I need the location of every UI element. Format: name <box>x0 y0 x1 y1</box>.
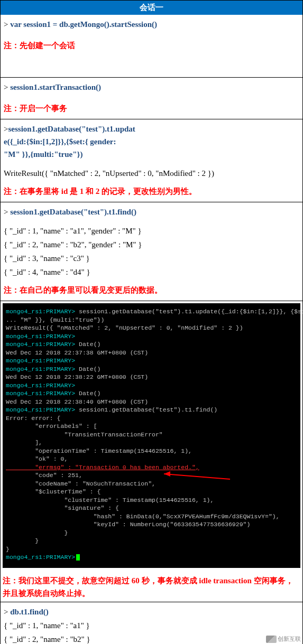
terminal-note: 注：我们这里不提交，故意空闲超过 60 秒，事务就变成 idle transac… <box>3 574 300 600</box>
note-text: 注：在事务里将 id 是 1 和 2 的记录，更改性别为男性。 <box>4 185 299 198</box>
watermark-text: 创新互联 <box>278 636 301 642</box>
result-line: { "_id" : 2, "name" : "b2", "gender" : "… <box>4 238 299 251</box>
terminal-line: } <box>6 545 297 554</box>
terminal-text: Date() <box>75 390 100 397</box>
terminal-line: "$clusterTime" : { <box>6 488 297 496</box>
terminal-text: session1.getDatabase("test").t1.update({… <box>75 308 303 315</box>
terminal-line: WriteResult({ "nMatched" : 2, "nUpserted… <box>6 324 297 332</box>
terminal-text: Date() <box>75 341 100 348</box>
terminal-line: mongo4_rs1:PRIMARY> <box>6 553 297 562</box>
terminal-line: Error: error: { <box>6 414 297 423</box>
command-text: session1.startTransaction() <box>10 83 101 91</box>
terminal-line: Wed Dec 12 2018 22:38:22 GMT+0800 (CST) <box>6 373 297 381</box>
terminal-text: Error: error: { <box>6 415 61 422</box>
terminal-text: "ok" : 0, <box>6 455 68 462</box>
terminal-prompt: mongo4_rs1:PRIMARY> <box>6 308 75 315</box>
prompt: > <box>4 208 10 216</box>
table-cell: > var session1 = db.getMongo().startSess… <box>0 15 303 78</box>
terminal-prompt: mongo4_rs1:PRIMARY> <box>6 357 75 364</box>
terminal-screenshot: mongo4_rs1:PRIMARY> session1.getDatabase… <box>3 303 300 568</box>
table-cell: > session1.getDatabase("test").t1.find()… <box>0 202 303 301</box>
table-cell: > session1.startTransaction()注：开启一个事务 <box>0 78 303 119</box>
command-text: session1.getDatabase("test").t1.find() <box>10 208 136 216</box>
terminal-line: ... "M" }}, {multi:"true"}) <box>6 316 297 324</box>
watermark-logo-icon <box>266 636 277 643</box>
note-text: 注：开启一个事务 <box>4 102 299 115</box>
terminal-line: "operationTime" : Timestamp(1544625516, … <box>6 447 297 455</box>
command-text: db.t1.find() <box>10 608 49 616</box>
terminal-text: } <box>6 537 39 544</box>
terminal-line: mongo4_rs1:PRIMARY> session1.getDatabase… <box>6 406 297 414</box>
prompt: > <box>4 83 10 91</box>
prompt: > <box>4 20 10 29</box>
prompt: > <box>4 608 10 616</box>
command-text: var session1 = db.getMongo().startSessio… <box>10 20 157 29</box>
terminal-line: mongo4_rs1:PRIMARY> <box>6 381 297 390</box>
result-line: { "_id" : 2, "name" : "b2" } <box>4 633 299 644</box>
terminal-line: mongo4_rs1:PRIMARY> Date() <box>6 340 297 349</box>
terminal-text: "codeName" : "NoSuchTransaction", <box>6 480 155 487</box>
terminal-prompt: mongo4_rs1:PRIMARY> <box>6 390 75 397</box>
terminal-text: "keyId" : NumberLong("663363547753663692… <box>6 521 250 528</box>
final-cell: > db.t1.find() { "_id" : 1, "name" : "a1… <box>0 602 303 644</box>
terminal-line: "codeName" : "NoSuchTransaction", <box>6 480 297 488</box>
terminal-prompt: mongo4_rs1:PRIMARY> <box>6 333 75 340</box>
result-line: { "_id" : 1, "name" : "a1" } <box>4 619 299 632</box>
terminal-text: } <box>6 529 68 536</box>
terminal-cell: mongo4_rs1:PRIMARY> session1.getDatabase… <box>0 301 303 602</box>
terminal-text: Wed Dec 12 2018 22:37:38 GMT+0800 (CST) <box>6 349 148 356</box>
terminal-line: } <box>6 529 297 537</box>
terminal-text: "operationTime" : Timestamp(1544625516, … <box>6 447 192 454</box>
terminal-text: WriteResult({ "nMatched" : 2, "nUpserted… <box>6 324 243 331</box>
terminal-line: } <box>6 537 297 545</box>
terminal-text: "errmsg" : "Transaction 0 has been abort… <box>6 464 199 471</box>
terminal-line: Wed Dec 12 2018 22:37:38 GMT+0800 (CST) <box>6 349 297 357</box>
terminal-text: Date() <box>75 366 100 372</box>
terminal-text: } <box>6 546 10 553</box>
terminal-cursor-icon <box>76 554 80 561</box>
watermark: 创新互联 <box>266 635 301 643</box>
command-text: e({_id:{$in:[1,2]}},{$set:{ gender: <box>4 137 116 146</box>
terminal-text: "hash" : BinData(0,"ScxX7PVEAHumfFc9m/d3… <box>6 513 280 520</box>
terminal-line: "errorLabels" : [ <box>6 422 297 431</box>
terminal-text: "$clusterTime" : { <box>6 488 100 495</box>
terminal-line: "TransientTransactionError" <box>6 431 297 439</box>
result-line: WriteResult({ "nMatched" : 2, "nUpserted… <box>4 167 299 180</box>
table-cell: >session1.getDatabase("test").t1.update(… <box>0 119 303 202</box>
terminal-line: "clusterTime" : Timestamp(1544625516, 1)… <box>6 496 297 505</box>
terminal-text: "errorLabels" : [ <box>6 423 97 430</box>
terminal-line: mongo4_rs1:PRIMARY> <box>6 357 297 365</box>
terminal-line: mongo4_rs1:PRIMARY> Date() <box>6 389 297 398</box>
terminal-line: mongo4_rs1:PRIMARY> <box>6 332 297 341</box>
terminal-line: mongo4_rs1:PRIMARY> session1.getDatabase… <box>6 307 297 316</box>
command-text: "M" }},{multi:"true"}) <box>4 150 82 158</box>
note-text: 注：先创建一个会话 <box>4 39 299 52</box>
terminal-text: ... "M" }}, {multi:"true"}) <box>6 316 104 323</box>
terminal-text: session1.getDatabase("test").t1.find() <box>75 406 217 413</box>
terminal-text: ], <box>6 439 42 446</box>
terminal-line: "code" : 251, <box>6 471 297 480</box>
note-text: 注：在自己的事务里可以看见变更后的数据。 <box>4 284 299 296</box>
document-root: 会话一 > var session1 = db.getMongo().start… <box>0 0 303 644</box>
terminal-line: "errmsg" : "Transaction 0 has been abort… <box>6 463 297 472</box>
terminal-line: "signature" : { <box>6 504 297 512</box>
terminal-prompt: mongo4_rs1:PRIMARY> <box>6 406 75 413</box>
terminal-prompt: mongo4_rs1:PRIMARY> <box>6 366 75 372</box>
terminal-text: "TransientTransactionError" <box>6 431 163 438</box>
terminal-line: "hash" : BinData(0,"ScxX7PVEAHumfFc9m/d3… <box>6 512 297 521</box>
terminal-line: ], <box>6 438 297 447</box>
terminal-text: "clusterTime" : Timestamp(1544625516, 1)… <box>6 497 214 503</box>
result-line: { "_id" : 1, "name" : "a1", "gender" : "… <box>4 225 299 237</box>
terminal-prompt: mongo4_rs1:PRIMARY> <box>6 382 75 389</box>
terminal-text: Wed Dec 12 2018 22:38:40 GMT+0800 (CST) <box>6 398 148 405</box>
result-line: { "_id" : 4, "name" : "d4" } <box>4 266 299 278</box>
terminal-line: mongo4_rs1:PRIMARY> Date() <box>6 365 297 374</box>
terminal-text: "signature" : { <box>6 505 119 511</box>
terminal-line: "keyId" : NumberLong("663363547753663692… <box>6 520 297 529</box>
terminal-text: "code" : 251, <box>6 472 82 479</box>
table-header: 会话一 <box>0 0 303 15</box>
result-line: { "_id" : 3, "name" : "c3" } <box>4 252 299 265</box>
command-text: session1.getDatabase("test").t1.updat <box>8 125 135 133</box>
terminal-line: Wed Dec 12 2018 22:38:40 GMT+0800 (CST) <box>6 398 297 406</box>
terminal-line: "ok" : 0, <box>6 455 297 463</box>
